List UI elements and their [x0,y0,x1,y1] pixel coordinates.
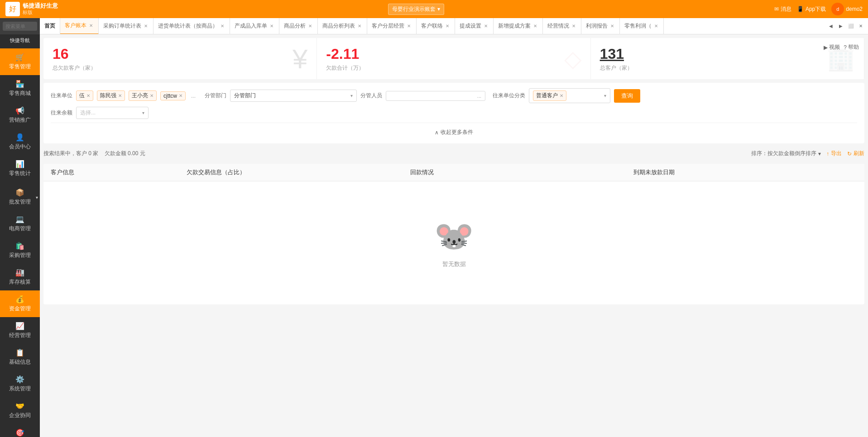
sidebar-item-marketing[interactable]: 📢 营销推广 [0,102,40,128]
tab-label: 新增提成方案 [498,22,531,30]
customer-count: 0 [88,150,91,157]
tab-profit-report[interactable]: 利润报告 ✕ [581,18,620,34]
help-link[interactable]: ? 帮助 [844,43,859,51]
chevron-down-icon: ▾ [350,93,353,98]
quick-nav-btn[interactable]: 快捷导航 [0,34,40,47]
sidebar-item-wholesale[interactable]: 📦 批发管理 [0,184,40,210]
sidebar-item-label: 资金管理 [9,305,31,313]
sidebar-item-basic-info[interactable]: 📋 基础信息 [0,344,40,370]
sidebar-item-retail-mall[interactable]: 🏪 零售商城 [0,75,40,102]
tab-close-icon[interactable]: ✕ [220,23,225,29]
tab-home[interactable]: 首页 [40,18,60,34]
debt-label: 欠款金额 [105,150,126,157]
filter-unit-type-label: 往来单位分类 [493,92,525,100]
filter-tag-close-cjttcw[interactable]: ✕ [179,93,182,98]
inventory-icon: 🏭 [15,268,24,277]
tab-expand-btn[interactable]: ⬜ [846,22,855,31]
filter-person-label: 分管人员 [360,92,382,100]
filter-tag-wang: 王小亮 ✕ [129,90,157,101]
sidebar-item-operations[interactable]: 📈 经营管理 [0,317,40,344]
filter-unit-label: 往来单位 [51,92,72,100]
video-link[interactable]: ▶ 视频 [824,43,840,51]
tab-customer-contact[interactable]: 客户联络 ✕ [417,18,455,34]
empty-icon: 🐭 [434,218,474,255]
tab-close-icon[interactable]: ✕ [445,23,450,29]
tab-close-icon[interactable]: ✕ [307,23,313,29]
filter-balance-label: 往来余额 [51,109,72,117]
tab-next-btn[interactable]: ▶ [836,22,845,31]
sidebar-item-enterprise-coop[interactable]: 🤝 企业协同 [0,397,40,424]
filter-unit-type-tag: 普通客户 ✕ [533,90,566,101]
sidebar-item-purchase[interactable]: 🛍️ 采购管理 [0,237,40,264]
retail-stats-icon: 📊 [15,160,24,168]
message-btn[interactable]: ✉ 消息 [774,5,791,13]
tab-customer-tier[interactable]: 客户分层经营 ✕ [367,18,417,34]
filter-balance-select[interactable]: 选择... ▾ [76,107,149,119]
filter-more-btn[interactable]: ... [189,92,197,100]
tab-prev-btn[interactable]: ◀ [826,22,835,31]
sidebar-item-label: 零售管理 [9,63,31,71]
tab-close-icon[interactable]: ✕ [483,23,489,29]
sidebar-item-retail-stats[interactable]: 📊 零售统计 [0,155,40,182]
tab-close-icon[interactable]: ✕ [653,23,659,29]
sidebar-item-retail[interactable]: 🛒 零售管理 [0,48,40,75]
collapse-btn[interactable]: ∧ 收起更多条件 [51,127,857,138]
tab-new-incentive[interactable]: 新增提成方案 ✕ [494,18,543,34]
sidebar-item-system[interactable]: ⚙️ 系统管理 [0,370,40,397]
tab-label: 商品分析列表 [322,22,355,30]
stat-total-value[interactable]: 131 [600,45,624,62]
query-button[interactable]: 查询 [614,89,640,103]
tab-close-icon[interactable]: ✕ [88,23,94,28]
sidebar-item-inventory[interactable]: 🏭 库存核算 [0,264,40,290]
tab-reminder-settings[interactable]: 提成设置 ✕ [455,18,494,34]
filter-tag-close-wang[interactable]: ✕ [150,93,153,98]
app-download-btn[interactable]: 📱 App下载 [797,5,826,13]
sidebar-item-finance[interactable]: 💰 资金管理 [0,290,40,317]
filter-person-select[interactable]: ... [386,91,485,101]
message-icon: ✉ [774,6,779,12]
sidebar-item-member[interactable]: 👤 会员中心 [0,128,40,155]
filter-unit-type-close[interactable]: ✕ [560,93,563,98]
filter-tag-close-chen[interactable]: ✕ [118,93,122,98]
tab-retail-profit[interactable]: 零售利润（ ✕ [620,18,664,34]
tab-label: 客户账本 [65,22,86,29]
avatar: d [831,3,844,15]
tab-close-icon[interactable]: ✕ [406,23,412,29]
tab-incoming-stats-product[interactable]: 进货单统计表（按商品） ✕ [153,18,230,34]
stats-row: 16 总欠款客户（家） ¥ ◇ -2.11 欠款合计（万） [43,38,864,79]
search-input[interactable] [3,22,37,31]
sort-selector[interactable]: 排序：按欠款金额倒序排序 ▾ [751,150,821,157]
tab-close-icon[interactable]: ✕ [609,23,615,29]
filter-tag-close-wu[interactable]: ✕ [86,93,90,98]
tab-product-analysis-list[interactable]: 商品分析列表 ✕ [318,18,367,34]
tab-label: 进货单统计表（按商品） [158,22,218,30]
quick-nav-label: 快捷导航 [10,38,30,43]
sidebar-item-new-guide[interactable]: 🎯 新手引导 [0,424,40,437]
tab-product-incoming[interactable]: 产成品入库单 ✕ [230,18,279,34]
export-label: 导出 [831,150,842,157]
username: demo2 [846,6,863,12]
refresh-btn[interactable]: ↻ 刷新 [847,150,864,157]
tab-customer-ledger[interactable]: 客户账本 ✕ [60,18,99,34]
tab-label: 零售利润（ [624,22,652,30]
tab-close-icon[interactable]: ✕ [143,23,149,29]
tab-close-icon[interactable]: ✕ [357,23,362,29]
tab-business-status[interactable]: 经营情况 ✕ [543,18,581,34]
user-menu[interactable]: d demo2 [831,3,863,15]
export-btn[interactable]: ↑ 导出 [826,150,842,157]
tab-close-icon[interactable]: ✕ [571,23,576,29]
filter-dept-select[interactable]: 分管部门 ▾ [230,90,357,102]
tab-close-icon[interactable]: ✕ [269,23,274,29]
sidebar-item-label: 基础信息 [9,358,31,366]
basic-info-icon: 📋 [15,348,24,357]
filter-tag-cjttcw: cjttcw ✕ [160,91,186,100]
refresh-label: 刷新 [854,150,864,157]
tab-close-icon[interactable]: ✕ [532,23,538,29]
filter-unit-type-select[interactable]: 普通客户 ✕ ▾ [529,88,610,103]
tab-purchase-order-stats[interactable]: 采购订单统计表 ✕ [99,18,153,34]
industry-selector[interactable]: 母婴行业演示账套 ▾ [388,4,444,15]
tab-close-all-btn[interactable]: ✕ [856,22,865,31]
tab-label: 利润报告 [586,22,608,30]
sidebar-item-ecommerce[interactable]: 💻 电商管理 [0,210,40,237]
tab-product-analysis[interactable]: 商品分析 ✕ [279,18,318,34]
